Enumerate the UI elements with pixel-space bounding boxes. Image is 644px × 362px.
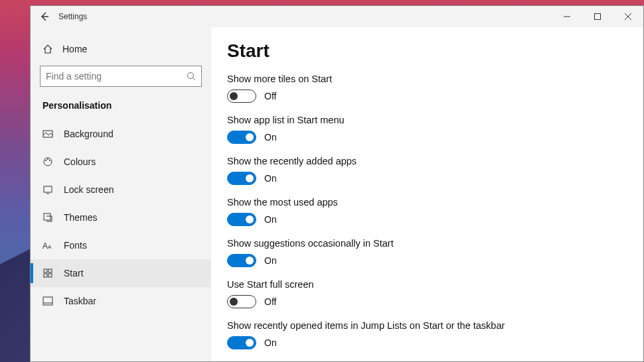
setting-row: Show the most used appsOn [227, 197, 627, 226]
sidebar-item-themes[interactable]: Themes [31, 204, 211, 231]
toggle-switch[interactable] [227, 90, 256, 103]
app-title: Settings [58, 12, 87, 21]
toggle-switch[interactable] [227, 295, 256, 308]
sidebar-item-label: Lock screen [64, 184, 114, 195]
svg-rect-18 [48, 269, 52, 272]
home-icon [42, 44, 53, 54]
sidebar-item-start[interactable]: Start [31, 259, 211, 287]
sidebar-item-colours[interactable]: Colours [31, 148, 211, 176]
close-button[interactable] [613, 6, 643, 27]
sidebar-item-label: Fonts [64, 240, 87, 251]
titlebar: Settings [31, 6, 643, 27]
svg-rect-19 [44, 274, 47, 277]
setting-row: Show suggestions occasionally in StartOn [227, 238, 627, 267]
svg-point-10 [47, 158, 48, 160]
setting-row: Show app list in Start menuOn [227, 115, 627, 144]
setting-row: Show more tiles on StartOff [227, 74, 627, 103]
svg-rect-2 [595, 14, 601, 20]
search-input[interactable] [46, 71, 187, 82]
themes-icon [42, 212, 53, 223]
svg-point-5 [188, 73, 194, 79]
setting-label: Use Start full screen [227, 279, 627, 290]
toggle-state-text: On [264, 214, 277, 225]
svg-rect-14 [44, 213, 50, 220]
minimize-icon [564, 13, 570, 20]
setting-label: Show the recently added apps [227, 156, 627, 166]
maximize-button[interactable] [582, 6, 613, 27]
toggle-switch[interactable] [227, 172, 256, 185]
home-link[interactable]: Home [31, 36, 211, 62]
sidebar-item-lockscreen[interactable]: Lock screen [31, 176, 211, 204]
category-header: Personalisation [31, 95, 211, 120]
toggle-state-text: On [264, 173, 277, 184]
sidebar: Home Personalisation Background Colours [31, 27, 211, 361]
sidebar-item-label: Colours [64, 156, 96, 167]
svg-rect-20 [48, 274, 52, 277]
search-box[interactable] [40, 66, 202, 87]
sidebar-item-background[interactable]: Background [31, 120, 211, 148]
setting-label: Show suggestions occasionally in Start [227, 238, 627, 249]
setting-label: Show app list in Start menu [227, 115, 627, 125]
search-icon [187, 72, 196, 81]
svg-text:A: A [48, 244, 52, 250]
setting-label: Show more tiles on Start [227, 74, 627, 84]
toggle-state-text: Off [264, 91, 276, 101]
svg-text:A: A [42, 241, 48, 250]
svg-point-11 [49, 160, 50, 161]
toggle-state-text: On [264, 255, 277, 266]
palette-icon [42, 156, 53, 167]
svg-rect-12 [44, 186, 52, 192]
svg-point-9 [45, 160, 46, 161]
toggle-state-text: On [264, 132, 277, 143]
toggle-switch[interactable] [227, 131, 256, 144]
minimize-button[interactable] [552, 6, 582, 27]
close-icon [625, 13, 631, 20]
back-button[interactable] [31, 6, 58, 27]
sidebar-item-label: Themes [64, 212, 98, 223]
toggle-switch[interactable] [227, 336, 256, 349]
toggle-switch[interactable] [227, 254, 256, 267]
sidebar-item-label: Taskbar [64, 296, 96, 306]
sidebar-item-taskbar[interactable]: Taskbar [31, 287, 211, 315]
back-arrow-icon [39, 11, 50, 22]
setting-label: Show the most used apps [227, 197, 627, 208]
svg-rect-17 [44, 269, 47, 272]
main-panel: Start Show more tiles on StartOffShow ap… [211, 27, 643, 361]
taskbar-icon [42, 296, 53, 306]
svg-rect-21 [43, 297, 52, 305]
sidebar-item-fonts[interactable]: AA Fonts [31, 231, 211, 259]
fonts-icon: AA [42, 240, 53, 251]
sidebar-item-label: Background [64, 129, 114, 139]
start-icon [42, 268, 53, 278]
toggle-switch[interactable] [227, 213, 256, 226]
home-label: Home [62, 44, 87, 54]
nav-list: Background Colours Lock screen Themes AA… [31, 120, 211, 315]
setting-row: Use Start full screenOff [227, 279, 627, 308]
setting-label: Show recently opened items in Jump Lists… [227, 320, 627, 331]
sidebar-item-label: Start [64, 268, 84, 278]
toggle-state-text: On [264, 337, 277, 348]
settings-window: Settings Home Personalisation [30, 5, 644, 362]
lockscreen-icon [42, 184, 53, 195]
maximize-icon [594, 13, 601, 20]
setting-row: Show recently opened items in Jump Lists… [227, 320, 627, 349]
toggle-state-text: Off [264, 296, 276, 307]
svg-line-6 [193, 78, 196, 81]
picture-icon [42, 129, 53, 139]
page-title: Start [227, 40, 627, 62]
setting-row: Show the recently added appsOn [227, 156, 627, 185]
